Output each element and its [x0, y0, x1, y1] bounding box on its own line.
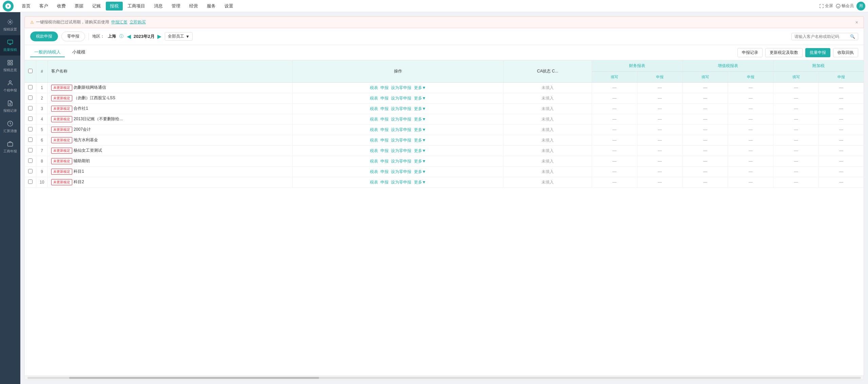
row-select-9[interactable]: [28, 179, 33, 184]
sidebar-item-records[interactable]: 报税记录: [0, 96, 20, 116]
op-more[interactable]: 更多▼: [414, 85, 426, 90]
op-zero-declare[interactable]: 设为零申报: [391, 85, 411, 90]
op-more[interactable]: 更多▼: [414, 106, 426, 111]
row-checkbox[interactable]: [25, 146, 36, 156]
op-declare[interactable]: 申报: [380, 180, 389, 185]
sidebar-item-annual-settlement[interactable]: 汇算清缴: [0, 116, 20, 137]
row-checkbox[interactable]: [25, 104, 36, 114]
row-select-2[interactable]: [28, 106, 33, 110]
row-checkbox[interactable]: [25, 83, 36, 93]
op-more[interactable]: 更多▼: [414, 138, 426, 143]
op-declare[interactable]: 申报: [380, 148, 389, 153]
op-more[interactable]: 更多▼: [414, 180, 426, 185]
op-declare[interactable]: 申报: [380, 169, 389, 174]
search-input[interactable]: [794, 34, 849, 39]
tab-general-taxpayer[interactable]: 一般的纳税人: [30, 48, 65, 57]
update-tax-btn[interactable]: 更新税定及取数: [765, 48, 803, 57]
nav-service[interactable]: 服务: [203, 2, 220, 10]
nav-tax[interactable]: 报税: [106, 2, 123, 10]
op-zero-declare[interactable]: 设为零申报: [391, 148, 411, 153]
op-declare[interactable]: 申报: [380, 106, 389, 111]
row-select-4[interactable]: [28, 127, 33, 131]
banner-link-summary[interactable]: 申报汇签: [111, 19, 127, 25]
fullscreen-btn[interactable]: 全屏: [819, 3, 833, 9]
prev-month-btn[interactable]: ◀: [127, 33, 131, 40]
select-all-checkbox[interactable]: [28, 69, 33, 73]
row-select-6[interactable]: [28, 148, 33, 152]
op-taxform[interactable]: 税表: [370, 138, 378, 143]
op-more[interactable]: 更多▼: [414, 148, 426, 153]
op-zero-declare[interactable]: 设为零申报: [391, 180, 411, 185]
op-taxform[interactable]: 税表: [370, 180, 378, 185]
batch-declare-btn[interactable]: 批量申报: [805, 48, 830, 57]
nav-invoice[interactable]: 票据: [71, 2, 87, 10]
op-declare[interactable]: 申报: [380, 127, 389, 132]
row-checkbox[interactable]: [25, 114, 36, 125]
op-zero-declare[interactable]: 设为零申报: [391, 169, 411, 174]
row-select-8[interactable]: [28, 169, 33, 173]
row-checkbox[interactable]: [25, 177, 36, 188]
row-checkbox[interactable]: [25, 156, 36, 167]
collect-receipt-btn[interactable]: 收取回执: [833, 48, 858, 57]
nav-settings[interactable]: 设置: [220, 2, 237, 10]
row-checkbox[interactable]: [25, 167, 36, 177]
op-declare[interactable]: 申报: [380, 159, 389, 164]
op-taxform[interactable]: 税表: [370, 96, 378, 101]
nav-management[interactable]: 管理: [167, 2, 184, 10]
search-icon[interactable]: 🔍: [850, 34, 855, 39]
sidebar-item-batch-tax[interactable]: 批量报税: [0, 35, 20, 56]
avatar-btn[interactable]: 用: [856, 2, 865, 10]
banner-close-btn[interactable]: ×: [855, 20, 858, 25]
op-taxform[interactable]: 税表: [370, 117, 378, 122]
row-select-0[interactable]: [28, 85, 33, 89]
op-zero-declare[interactable]: 设为零申报: [391, 96, 411, 101]
nav-customers[interactable]: 客户: [35, 2, 52, 10]
op-zero-declare[interactable]: 设为零申报: [391, 117, 411, 122]
sidebar-item-overview[interactable]: 报税总览: [0, 56, 20, 76]
op-more[interactable]: 更多▼: [414, 96, 426, 101]
row-select-3[interactable]: [28, 116, 33, 121]
row-checkbox[interactable]: [25, 135, 36, 146]
nav-operations[interactable]: 经营: [185, 2, 202, 10]
op-declare[interactable]: 申报: [380, 117, 389, 122]
op-taxform[interactable]: 税表: [370, 106, 378, 111]
banner-link-buy[interactable]: 立即购买: [130, 19, 146, 25]
sidebar-item-business-annual[interactable]: 工商年报: [0, 137, 20, 157]
op-zero-declare[interactable]: 设为零申报: [391, 138, 411, 143]
row-checkbox[interactable]: [25, 125, 36, 135]
member-btn[interactable]: 畅会员: [836, 3, 854, 9]
tab-small-scale[interactable]: 小规模: [68, 48, 90, 57]
op-zero-declare[interactable]: 设为零申报: [391, 106, 411, 111]
declaration-records-btn[interactable]: 申报记录: [737, 48, 763, 57]
nav-messages[interactable]: 消息: [150, 2, 167, 10]
op-declare[interactable]: 申报: [380, 96, 389, 101]
op-more[interactable]: 更多▼: [414, 169, 426, 174]
app-logo[interactable]: [3, 1, 14, 12]
sidebar-item-tax-settings[interactable]: 报税设置: [0, 15, 20, 35]
op-more[interactable]: 更多▼: [414, 159, 426, 164]
nav-commerce[interactable]: 工商项目: [123, 2, 149, 10]
tab-tax-declaration[interactable]: 税款申报: [30, 31, 58, 41]
op-zero-declare[interactable]: 设为零申报: [391, 127, 411, 132]
op-taxform[interactable]: 税表: [370, 169, 378, 174]
op-taxform[interactable]: 税表: [370, 148, 378, 153]
region-info-icon[interactable]: ⓘ: [119, 34, 123, 39]
op-declare[interactable]: 申报: [380, 138, 389, 143]
tab-zero-declaration[interactable]: 零申报: [61, 31, 85, 41]
staff-selector[interactable]: 全部员工 ▼: [165, 32, 193, 41]
op-taxform[interactable]: 税表: [370, 127, 378, 132]
row-select-5[interactable]: [28, 137, 33, 142]
horizontal-scrollbar[interactable]: [25, 376, 864, 380]
op-zero-declare[interactable]: 设为零申报: [391, 159, 411, 164]
op-more[interactable]: 更多▼: [414, 117, 426, 122]
nav-accounting[interactable]: 记账: [88, 2, 105, 10]
nav-home[interactable]: 首页: [18, 2, 35, 10]
next-month-btn[interactable]: ▶: [157, 33, 161, 40]
sidebar-item-personal-tax[interactable]: 个税申报: [0, 76, 20, 96]
row-select-7[interactable]: [28, 158, 33, 163]
op-taxform[interactable]: 税表: [370, 85, 378, 90]
op-declare[interactable]: 申报: [380, 85, 389, 90]
row-select-1[interactable]: [28, 95, 33, 100]
nav-billing[interactable]: 收费: [53, 2, 70, 10]
row-checkbox[interactable]: [25, 93, 36, 104]
